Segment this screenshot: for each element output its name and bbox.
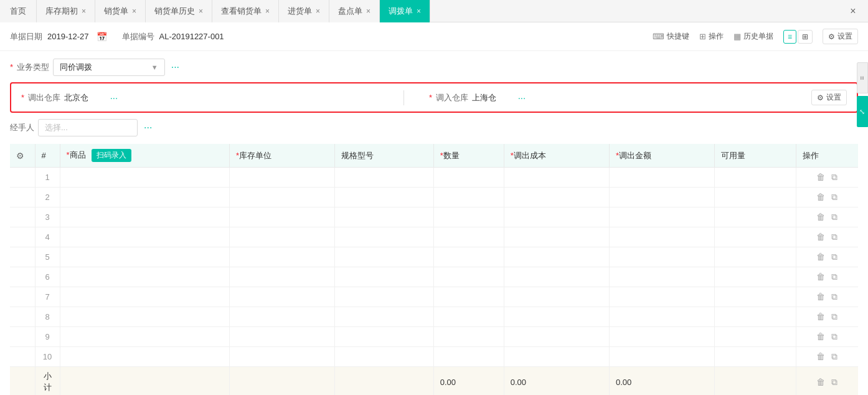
row-delete-icon[interactable]: 🗑: [816, 351, 825, 361]
td-spec[interactable]: [335, 247, 433, 267]
row-delete-icon[interactable]: 🗑: [816, 312, 825, 321]
td-product[interactable]: [60, 207, 230, 227]
td-cost[interactable]: [504, 247, 609, 267]
close-tab-inventory[interactable]: ×: [366, 7, 370, 16]
handler-select[interactable]: 选择...: [38, 119, 138, 136]
td-qty[interactable]: [433, 267, 504, 287]
subtotal-delete-icon[interactable]: 🗑: [816, 377, 825, 387]
scan-input-button[interactable]: 扫码录入: [92, 149, 131, 162]
close-tab-transfer[interactable]: ×: [417, 7, 421, 16]
row-delete-icon[interactable]: 🗑: [816, 331, 825, 341]
row-copy-icon[interactable]: ⧉: [831, 351, 837, 362]
warehouse-settings-button[interactable]: ⚙ 设置: [811, 90, 847, 105]
td-unit[interactable]: [230, 267, 335, 287]
td-amount[interactable]: [609, 168, 714, 188]
td-unit[interactable]: [230, 168, 335, 188]
td-qty[interactable]: [433, 207, 504, 227]
td-qty[interactable]: [433, 227, 504, 247]
close-tab-sales-history[interactable]: ×: [199, 7, 203, 16]
close-window-button[interactable]: ×: [843, 0, 863, 22]
td-spec[interactable]: [335, 327, 433, 347]
td-amount[interactable]: [609, 227, 714, 247]
td-amount[interactable]: [609, 207, 714, 227]
td-cost[interactable]: [504, 287, 609, 307]
td-cost[interactable]: [504, 267, 609, 287]
td-available[interactable]: [715, 168, 796, 188]
row-copy-icon[interactable]: ⧉: [831, 212, 837, 222]
row-delete-icon[interactable]: 🗑: [816, 212, 825, 222]
td-amount[interactable]: [609, 287, 714, 307]
tab-home[interactable]: 首页: [0, 0, 37, 22]
td-cost[interactable]: [504, 207, 609, 227]
warehouse-in-more-icon[interactable]: ···: [518, 92, 526, 103]
row-delete-icon[interactable]: 🗑: [816, 192, 825, 202]
tab-purchase[interactable]: 进货单 ×: [279, 0, 329, 22]
td-unit[interactable]: [230, 287, 335, 307]
history-action[interactable]: ▦ 历史单据: [734, 31, 773, 42]
td-qty[interactable]: [433, 347, 504, 367]
right-panel-expand-btn[interactable]: ⤢: [857, 96, 868, 127]
tab-sales-history[interactable]: 销货单历史 ×: [146, 0, 212, 22]
td-cost[interactable]: [504, 347, 609, 367]
row-copy-icon[interactable]: ⧉: [831, 232, 837, 242]
td-product[interactable]: [60, 227, 230, 247]
close-tab-view-sales[interactable]: ×: [265, 7, 270, 16]
tab-view-sales[interactable]: 查看销货单 ×: [212, 0, 279, 22]
td-unit[interactable]: [230, 227, 335, 247]
row-copy-icon[interactable]: ⧉: [831, 252, 837, 262]
row-copy-icon[interactable]: ⧉: [831, 272, 837, 282]
td-spec[interactable]: [335, 188, 433, 207]
close-tab-inventory-init[interactable]: ×: [82, 7, 86, 16]
tab-inventory[interactable]: 盘点单 ×: [329, 0, 380, 22]
subtotal-copy-icon[interactable]: ⧉: [831, 377, 837, 388]
layout-btn-list[interactable]: ≡: [783, 30, 796, 44]
td-unit[interactable]: [230, 247, 335, 267]
td-available[interactable]: [715, 287, 796, 307]
close-tab-purchase[interactable]: ×: [316, 7, 320, 16]
td-spec[interactable]: [335, 207, 433, 227]
business-type-more-icon[interactable]: ···: [171, 62, 179, 73]
td-unit[interactable]: [230, 207, 335, 227]
td-spec[interactable]: [335, 168, 433, 188]
td-product[interactable]: [60, 347, 230, 367]
row-delete-icon[interactable]: 🗑: [816, 272, 825, 282]
row-delete-icon[interactable]: 🗑: [816, 292, 825, 302]
td-available[interactable]: [715, 307, 796, 327]
td-cost[interactable]: [504, 188, 609, 207]
td-qty[interactable]: [433, 307, 504, 327]
td-available[interactable]: [715, 327, 796, 347]
td-product[interactable]: [60, 267, 230, 287]
td-spec[interactable]: [335, 267, 433, 287]
row-copy-icon[interactable]: ⧉: [831, 292, 837, 302]
td-qty[interactable]: [433, 327, 504, 347]
business-type-select[interactable]: 同价调拨 ▼: [53, 59, 165, 76]
td-product[interactable]: [60, 168, 230, 188]
warehouse-out-more-icon[interactable]: ···: [110, 92, 118, 103]
td-amount[interactable]: [609, 307, 714, 327]
td-available[interactable]: [715, 267, 796, 287]
shortcut-action[interactable]: ⌨ 快捷键: [653, 31, 689, 42]
calendar-icon[interactable]: 📅: [97, 32, 107, 42]
td-cost[interactable]: [504, 307, 609, 327]
td-available[interactable]: [715, 207, 796, 227]
td-qty[interactable]: [433, 287, 504, 307]
td-unit[interactable]: [230, 327, 335, 347]
layout-btn-grid[interactable]: ⊞: [798, 30, 813, 44]
row-copy-icon[interactable]: ⧉: [831, 192, 837, 202]
handler-more-icon[interactable]: ···: [144, 122, 152, 133]
td-product[interactable]: [60, 327, 230, 347]
td-amount[interactable]: [609, 267, 714, 287]
ops-action[interactable]: ⊞ 操作: [699, 31, 724, 42]
td-available[interactable]: [715, 247, 796, 267]
row-copy-icon[interactable]: ⧉: [831, 172, 837, 183]
td-product[interactable]: [60, 307, 230, 327]
td-cost[interactable]: [504, 168, 609, 188]
td-cost[interactable]: [504, 227, 609, 247]
td-amount[interactable]: [609, 247, 714, 267]
td-spec[interactable]: [335, 347, 433, 367]
td-qty[interactable]: [433, 188, 504, 207]
right-panel-list-btn[interactable]: ≡: [857, 62, 868, 93]
table-settings-icon[interactable]: ⚙: [16, 151, 24, 161]
td-spec[interactable]: [335, 287, 433, 307]
td-amount[interactable]: [609, 188, 714, 207]
